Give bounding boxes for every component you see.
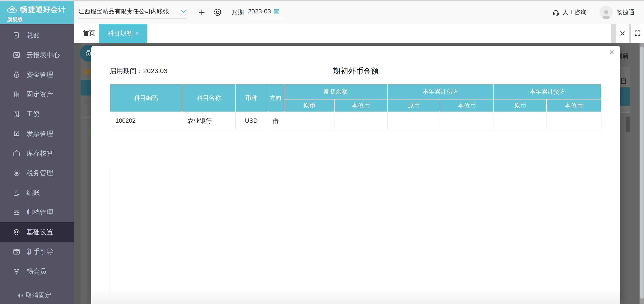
dialog-close-icon[interactable]: × — [609, 48, 614, 56]
payroll-icon — [12, 110, 20, 118]
unpin-sidebar-button[interactable]: 取消固定 — [16, 291, 52, 300]
gear-icon[interactable] — [213, 7, 222, 17]
dimmed-background: ! 刷新 科目 × 启用期间：2023.03 期初外币金额 — [74, 43, 644, 304]
close-icon: × — [620, 28, 626, 38]
sidebar-item-tax[interactable]: 税务管理 — [0, 163, 74, 183]
tab-bar: 首页 科目期初 × × — [74, 24, 644, 43]
support-label: 人工咨询 — [562, 8, 586, 16]
dimmed-line — [83, 102, 91, 102]
sidebar-item-settings[interactable]: 基础设置 — [0, 222, 74, 242]
tab-close-icon[interactable]: × — [136, 30, 139, 36]
dimmed-line — [620, 112, 630, 113]
group-header-opening-balance: 期初余额 — [284, 84, 388, 99]
cloud-report-icon — [12, 51, 20, 59]
username[interactable]: 畅捷通 — [616, 8, 634, 16]
cell-credit-original[interactable] — [494, 112, 546, 130]
period-label: 账期 — [231, 8, 244, 16]
edition-label: 旗舰版 — [0, 14, 74, 23]
cell-credit-base[interactable] — [546, 112, 602, 130]
settings-icon — [12, 228, 20, 236]
closing-icon — [12, 189, 20, 197]
divider — [611, 24, 616, 43]
sidebar-item-general-ledger[interactable]: 总账 — [0, 25, 74, 45]
inner-scrollbar-thumb[interactable] — [626, 116, 630, 133]
collapse-icon — [16, 292, 24, 299]
cell-account-code: 100202 — [110, 112, 182, 130]
sidebar-item-funds[interactable]: 资金管理 — [0, 65, 74, 84]
table-row[interactable]: 100202 农业银行 USD 借 — [110, 112, 602, 130]
sub-header-base-currency: 本位币 — [334, 99, 388, 112]
empty-grid-area — [110, 167, 601, 294]
guide-icon — [12, 248, 20, 256]
top-bar: 江西服宝精品有限责任公司内账张 + 账期 2023-03 — [74, 1, 644, 24]
calendar-icon — [273, 8, 280, 15]
support-button[interactable]: 人工咨询 — [552, 8, 586, 16]
tab-home[interactable]: 首页 — [79, 24, 99, 43]
fullscreen-icon — [634, 30, 641, 37]
headset-icon — [552, 8, 560, 16]
cell-opening-base[interactable] — [334, 112, 388, 130]
sidebar-item-archive[interactable]: 归档管理 — [0, 203, 74, 222]
group-header-ytd-debit: 本年累计借方 — [388, 84, 494, 99]
group-header-ytd-credit: 本年累计贷方 — [494, 84, 602, 99]
sidebar-item-closing[interactable]: 结账 — [0, 183, 74, 203]
company-selector[interactable]: 江西服宝精品有限责任公司内账张 — [78, 6, 187, 18]
sidebar-item-payroll[interactable]: 工资 — [0, 104, 74, 124]
cell-account-name: 农业银行 — [182, 112, 236, 130]
opening-foreign-currency-dialog: × 启用期间：2023.03 期初外币金额 科目编码 — [91, 46, 620, 304]
add-account-set-button[interactable]: + — [199, 7, 205, 18]
period-value: 2023-03 — [248, 8, 271, 15]
dimmed-green-block — [90, 126, 91, 137]
cloud-logo-icon — [7, 5, 18, 14]
dimmed-teal-block — [80, 80, 91, 95]
sidebar-item-fixed-assets[interactable]: 固定资产 — [0, 84, 74, 104]
sidebar-item-cloud-reports[interactable]: 云报表中心 — [0, 45, 74, 65]
avatar[interactable] — [600, 5, 613, 19]
tax-icon — [12, 169, 20, 177]
chevron-down-icon — [181, 10, 186, 13]
app-window: 畅捷通好会计 旗舰版 江西服宝精品有限责任公司内账张 + 账期 2023-03 — [0, 0, 644, 304]
col-header-direction: 方向 — [267, 84, 284, 112]
company-name: 江西服宝精品有限责任公司内账张 — [78, 7, 169, 15]
sub-header-original-currency: 原币 — [494, 99, 546, 112]
foreign-currency-table: 科目编码 科目名称 币种 方向 期初余额 本年累计借方 本年累计贷方 原币 本位… — [110, 84, 601, 130]
sub-header-original-currency: 原币 — [284, 99, 334, 112]
sidebar-item-guide[interactable]: 新手引导 — [0, 242, 74, 262]
dimmed-edge — [74, 43, 80, 304]
member-icon — [12, 267, 20, 275]
divider — [593, 7, 593, 17]
archive-icon — [12, 208, 20, 216]
cell-direction: 借 — [267, 112, 284, 130]
sidebar-item-invoices[interactable]: 发票管理 — [0, 124, 74, 143]
invoice-icon — [12, 130, 20, 138]
sub-header-base-currency: 本位币 — [546, 99, 602, 112]
cell-debit-original[interactable] — [388, 112, 440, 130]
cell-opening-original[interactable] — [284, 112, 334, 130]
sub-header-base-currency: 本位币 — [440, 99, 494, 112]
col-header-account-code: 科目编码 — [110, 84, 182, 112]
col-header-currency: 币种 — [236, 84, 267, 112]
funds-icon — [12, 71, 20, 79]
dimmed-teal-button — [620, 87, 630, 106]
fullscreen-button[interactable] — [631, 24, 644, 43]
tab-account-opening[interactable]: 科目期初 × — [99, 24, 147, 43]
cell-debit-base[interactable] — [440, 112, 494, 130]
app-logo: 畅捷通好会计 旗舰版 — [0, 1, 74, 24]
scrollbar-thumb[interactable] — [640, 46, 644, 299]
app-title: 畅捷通好会计 — [20, 4, 66, 14]
sidebar: 总账 云报表中心 资金管理 固定资产 工资 发票管理 库存核算 税务管理 — [0, 24, 74, 304]
divider — [629, 24, 631, 43]
fixed-assets-icon — [12, 90, 20, 98]
col-header-account-name: 科目名称 — [182, 84, 236, 112]
close-workspace-button[interactable]: × — [616, 24, 629, 43]
sidebar-item-inventory[interactable]: 库存核算 — [0, 143, 74, 163]
cell-currency: USD — [236, 112, 267, 130]
period-picker[interactable]: 2023-03 — [248, 6, 284, 18]
dimmed-line — [83, 117, 91, 118]
sidebar-item-member[interactable]: 畅会员 — [0, 262, 74, 281]
inventory-icon — [12, 149, 20, 157]
ledger-icon — [12, 31, 20, 39]
warning-icon: ! — [84, 69, 90, 74]
sub-header-original-currency: 原币 — [388, 99, 440, 112]
dialog-title: 期初外币金额 — [91, 66, 620, 76]
